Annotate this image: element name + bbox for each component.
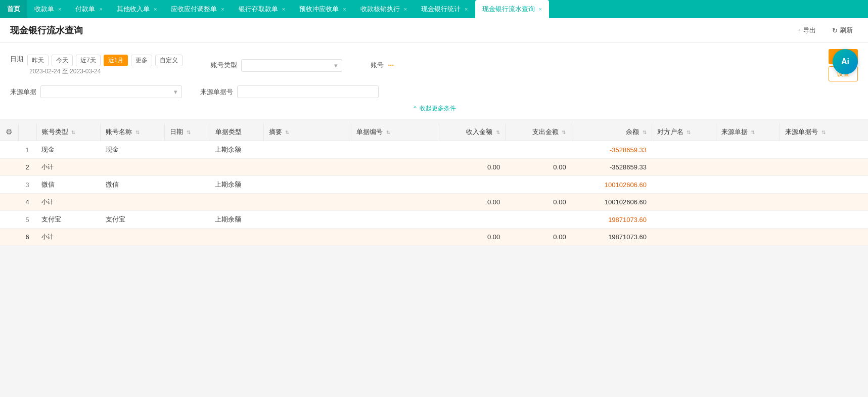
refresh-icon: ↻ bbox=[832, 27, 838, 34]
date-range-text: 2023-02-24 至 2023-03-24 bbox=[29, 67, 182, 76]
filter-area: 日期 昨天 今天 近7天 近1月 更多 自定义 2023-02-24 至 202… bbox=[0, 43, 868, 119]
date-btn-more[interactable]: 更多 bbox=[131, 55, 152, 66]
top-nav: 首页 收款单 × 付款单 × 其他收入单 × 应收应付调整单 × 银行存取款单 … bbox=[0, 0, 868, 18]
col-summary[interactable]: 摘要 ⇅ bbox=[263, 123, 351, 141]
account-no-filter: 账号 ··· bbox=[371, 61, 394, 70]
nav-receipt[interactable]: 收款单 × bbox=[27, 0, 68, 18]
sort-summary-icon: ⇅ bbox=[285, 129, 289, 135]
page-header: 现金银行流水查询 ↑ 导出 ↻ 刷新 bbox=[0, 18, 868, 43]
col-balance[interactable]: 余额 ⇅ bbox=[571, 123, 652, 141]
source-doc-chevron-icon: ▾ bbox=[174, 88, 177, 96]
sort-counterpart-icon: ⇅ bbox=[687, 129, 691, 135]
sort-balance-icon: ⇅ bbox=[643, 129, 647, 135]
col-counterpart[interactable]: 对方户名 ⇅ bbox=[652, 123, 716, 141]
account-label: 账号 bbox=[371, 61, 384, 70]
sort-account-name-icon: ⇅ bbox=[135, 129, 140, 135]
collapse-button[interactable]: ⌃ 收起更多条件 bbox=[10, 102, 858, 115]
filter-row-2: 来源单据 ▾ 来源单据号 bbox=[10, 85, 858, 98]
sort-doc-no-icon: ⇅ bbox=[386, 129, 390, 135]
col-settings[interactable]: ⚙ bbox=[0, 123, 18, 141]
date-label: 日期 bbox=[10, 55, 23, 64]
refresh-button[interactable]: ↻ 刷新 bbox=[827, 23, 858, 37]
nav-close-payment[interactable]: × bbox=[99, 0, 102, 18]
table-row[interactable]: 4小计0.000.00100102606.60 bbox=[0, 194, 868, 211]
date-btn-1month[interactable]: 近1月 bbox=[104, 55, 128, 66]
col-date[interactable]: 日期 ⇅ bbox=[165, 123, 210, 141]
col-source-doc-no[interactable]: 来源单据号 ⇅ bbox=[780, 123, 868, 141]
sort-income-icon: ⇅ bbox=[496, 129, 500, 135]
source-doc-no-input[interactable] bbox=[237, 85, 379, 98]
account-type-label: 账号类型 bbox=[211, 61, 237, 70]
sort-source-doc-icon: ⇅ bbox=[751, 129, 755, 135]
header-actions: ↑ 导出 ↻ 刷新 bbox=[793, 23, 858, 37]
sort-expense-icon: ⇅ bbox=[562, 129, 566, 135]
table-body: 1现金现金上期余额-3528659.332小计0.000.00-3528659.… bbox=[0, 141, 868, 246]
account-type-filter: 账号类型 ▾ bbox=[211, 59, 342, 72]
chevron-down-icon: ▾ bbox=[334, 62, 338, 69]
page-title: 现金银行流水查询 bbox=[10, 24, 83, 36]
date-filter-group: 日期 昨天 今天 近7天 近1月 更多 自定义 2023-02-24 至 202… bbox=[10, 55, 182, 76]
nav-close-cash-bank-flow[interactable]: × bbox=[539, 0, 542, 18]
table-header: ⚙ 账号类型 ⇅ 账号名称 ⇅ 日期 ⇅ 单据类型 bbox=[0, 123, 868, 141]
ai-badge[interactable]: Ai bbox=[833, 49, 858, 74]
table-row[interactable]: 1现金现金上期余额-3528659.33 bbox=[0, 141, 868, 159]
export-icon: ↑ bbox=[798, 27, 801, 34]
nav-close-collect-verify[interactable]: × bbox=[404, 0, 407, 18]
source-doc-no-filter: 来源单据号 bbox=[200, 85, 379, 98]
date-btn-today[interactable]: 今天 bbox=[52, 55, 73, 66]
account-type-select[interactable]: ▾ bbox=[241, 59, 342, 72]
col-doc-type: 单据类型 bbox=[210, 123, 263, 141]
col-index bbox=[18, 123, 36, 141]
nav-close-other-income[interactable]: × bbox=[154, 0, 157, 18]
filter-row-1: 日期 昨天 今天 近7天 近1月 更多 自定义 2023-02-24 至 202… bbox=[10, 49, 858, 81]
nav-close-ap-adjust[interactable]: × bbox=[221, 0, 224, 18]
export-button[interactable]: ↑ 导出 bbox=[793, 23, 821, 37]
table-row[interactable]: 5支付宝支付宝上期余额19871073.60 bbox=[0, 211, 868, 229]
nav-cash-bank-stat[interactable]: 现金银行统计 × bbox=[414, 0, 475, 18]
col-expense[interactable]: 支出金额 ⇅ bbox=[505, 123, 571, 141]
sort-date-icon: ⇅ bbox=[187, 129, 191, 135]
col-doc-no[interactable]: 单据编号 ⇅ bbox=[351, 123, 439, 141]
collapse-icon: ⌃ bbox=[413, 105, 418, 112]
table-row[interactable]: 2小计0.000.00-3528659.33 bbox=[0, 159, 868, 176]
sort-source-doc-no-icon: ⇅ bbox=[821, 129, 826, 135]
nav-other-income[interactable]: 其他收入单 × bbox=[110, 0, 164, 18]
nav-close-pre-collect[interactable]: × bbox=[343, 0, 346, 18]
date-btn-yesterday[interactable]: 昨天 bbox=[27, 55, 49, 66]
nav-close-receipt[interactable]: × bbox=[58, 0, 61, 18]
source-doc-no-label: 来源单据号 bbox=[200, 87, 233, 97]
date-btn-custom[interactable]: 自定义 bbox=[155, 55, 182, 66]
col-account-name[interactable]: 账号名称 ⇅ bbox=[101, 123, 165, 141]
nav-bank-deposit[interactable]: 银行存取款单 × bbox=[232, 0, 292, 18]
table-row[interactable]: 6小计0.000.0019871073.60 bbox=[0, 229, 868, 246]
gear-icon: ⚙ bbox=[6, 127, 12, 136]
col-source-doc[interactable]: 来源单据 ⇅ bbox=[716, 123, 780, 141]
nav-close-cash-bank-stat[interactable]: × bbox=[465, 0, 468, 18]
nav-cash-bank-flow[interactable]: 现金银行流水查询 × bbox=[475, 0, 549, 18]
col-account-type[interactable]: 账号类型 ⇅ bbox=[36, 123, 101, 141]
data-table: ⚙ 账号类型 ⇅ 账号名称 ⇅ 日期 ⇅ 单据类型 bbox=[0, 123, 868, 246]
date-btn-7days[interactable]: 近7天 bbox=[76, 55, 101, 66]
table-container: ⚙ 账号类型 ⇅ 账号名称 ⇅ 日期 ⇅ 单据类型 bbox=[0, 123, 868, 246]
sort-account-type-icon: ⇅ bbox=[71, 129, 75, 135]
nav-pre-collect[interactable]: 预收冲应收单 × bbox=[292, 0, 353, 18]
nav-collect-verify[interactable]: 收款核销执行 × bbox=[353, 0, 414, 18]
date-buttons: 昨天 今天 近7天 近1月 更多 自定义 bbox=[27, 55, 182, 66]
source-doc-filter: 来源单据 ▾ bbox=[10, 85, 182, 98]
col-income[interactable]: 收入金额 ⇅ bbox=[439, 123, 505, 141]
account-ellipsis[interactable]: ··· bbox=[388, 61, 394, 69]
nav-close-bank-deposit[interactable]: × bbox=[282, 0, 285, 18]
nav-home[interactable]: 首页 bbox=[0, 0, 27, 18]
source-doc-label: 来源单据 bbox=[10, 87, 36, 97]
table-row[interactable]: 3微信微信上期余额100102606.60 bbox=[0, 176, 868, 194]
nav-payment[interactable]: 付款单 × bbox=[68, 0, 109, 18]
source-doc-select[interactable]: ▾ bbox=[40, 85, 182, 98]
nav-ap-adjust[interactable]: 应收应付调整单 × bbox=[164, 0, 231, 18]
